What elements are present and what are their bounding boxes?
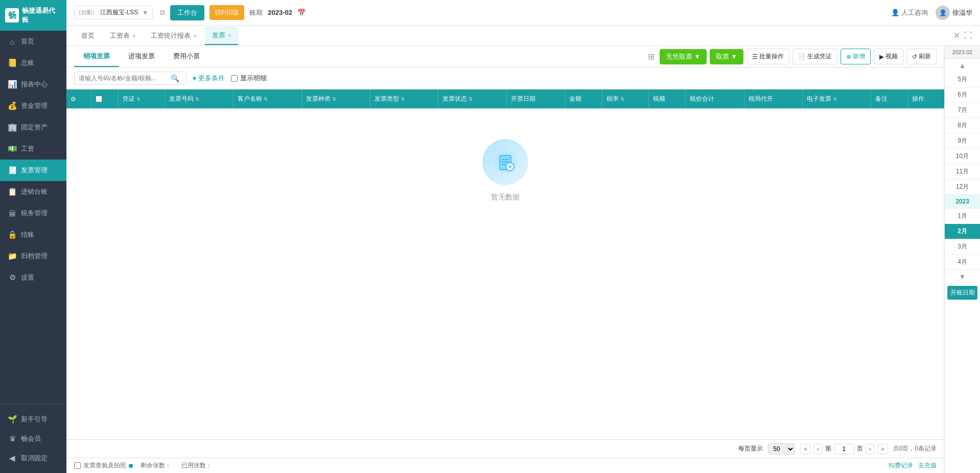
date-month-2022-05[interactable]: 5月 — [945, 72, 980, 87]
empty-text: 暂无数据 — [491, 193, 520, 202]
data-table: ⚙ 凭证 ⇅ 发票号码 ⇅ 客户名称 ⇅ 发票种类 ⇅ 发票类型 ⇅ 发票状态 … — [66, 89, 944, 108]
last-page-button[interactable]: » — [877, 444, 888, 454]
sidebar-item-tax[interactable]: 🏛 税务管理 — [0, 202, 66, 224]
th-invoice-category[interactable]: 发票类型 ⇅ — [370, 89, 438, 108]
date-scroll-down[interactable]: ▼ — [945, 270, 980, 283]
date-month-2022-09[interactable]: 9月 — [945, 133, 980, 149]
th-issue-date[interactable]: 开票日期 — [507, 89, 565, 108]
window-close-button[interactable]: ✕ — [953, 31, 960, 40]
search-input[interactable] — [79, 75, 171, 82]
sidebar-item-member[interactable]: ♛ 畅会员 — [0, 429, 66, 448]
date-month-2022-10[interactable]: 10月 — [945, 149, 980, 164]
date-month-2022-08[interactable]: 8月 — [945, 118, 980, 133]
th-invoice-type[interactable]: 发票种类 ⇅ — [301, 89, 370, 108]
page-size-select[interactable]: 50 20 100 — [768, 443, 795, 455]
th-tax-rate[interactable]: 税率 ⇅ — [602, 89, 649, 108]
deduction-records-link[interactable]: 扣费记录 — [889, 461, 913, 470]
used-label: 已用张数： — [181, 461, 212, 470]
tab-invoice[interactable]: 发票 × — [205, 27, 238, 45]
tab-payroll-stats-close[interactable]: × — [193, 33, 196, 39]
date-month-2022-07[interactable]: 7月 — [945, 103, 980, 118]
window-maximize-button[interactable]: ⛶ — [964, 31, 972, 40]
subtab-sales[interactable]: 销项发票 — [74, 47, 119, 67]
tab-invoice-close[interactable]: × — [228, 32, 231, 38]
invoice-check-checkbox[interactable] — [74, 462, 81, 469]
th-voucher[interactable]: 凭证 ⇅ — [118, 89, 165, 108]
page-input[interactable] — [834, 444, 854, 454]
support-button[interactable]: 👤 人工咨询 — [891, 8, 928, 17]
sidebar-item-assets[interactable]: 🏢 固定资产 — [0, 117, 66, 138]
workspace-button[interactable]: 工作台 — [170, 5, 204, 20]
company-selector[interactable]: (勿删） 江西服宝-LSS ▼ — [74, 6, 153, 19]
sidebar-item-collapse[interactable]: ◀ 取消固定 — [0, 448, 66, 468]
tab-payroll[interactable]: 工资表 × — [103, 27, 143, 44]
voucher-button[interactable]: 取票 ▼ — [710, 49, 743, 64]
th-settings[interactable]: ⚙ — [66, 89, 91, 108]
select-all-checkbox[interactable] — [96, 96, 102, 102]
open-period-button[interactable]: 开账日期 — [947, 286, 977, 300]
sales-icon: 📋 — [8, 187, 17, 196]
th-remark[interactable]: 备注 — [871, 89, 907, 108]
date-month-2022-11[interactable]: 11月 — [945, 164, 980, 179]
footer: 每页显示 50 20 100 « ‹ 第 页 › » 共0页，0条记录 — [66, 439, 944, 458]
sidebar-item-sales[interactable]: 📋 进销台账 — [0, 181, 66, 202]
more-filter-button[interactable]: ▾ 更多条件 — [193, 74, 225, 83]
show-detail-checkbox[interactable] — [231, 75, 238, 82]
search-icon[interactable]: 🔍 — [171, 74, 179, 82]
date-month-2023-01[interactable]: 1月 — [945, 209, 980, 224]
filter-icon: ▾ — [193, 74, 196, 82]
sidebar-item-label: 取消固定 — [21, 454, 48, 463]
no-voucher-button[interactable]: 无凭取票 ▼ — [660, 49, 707, 64]
copy-button[interactable]: ⧉ — [160, 8, 165, 17]
th-tax-code[interactable]: 税局代开 — [744, 89, 802, 108]
sidebar-item-close[interactable]: 🔒 结账 — [0, 224, 66, 245]
tab-payroll-close[interactable]: × — [132, 33, 135, 39]
subtab-purchase[interactable]: 进项发票 — [119, 47, 164, 67]
date-month-2022-06[interactable]: 6月 — [945, 87, 980, 103]
sidebar-item-home[interactable]: ⌂ 首页 — [0, 31, 66, 52]
th-tax[interactable]: 税额 — [649, 89, 686, 108]
th-amount[interactable]: 金额 — [565, 89, 602, 108]
subtab-expense[interactable]: 费用小票 — [164, 47, 209, 67]
next-page-button[interactable]: › — [866, 444, 875, 454]
company-name: 江西服宝-LSS — [100, 8, 138, 17]
th-checkbox[interactable] — [91, 89, 118, 108]
switch-version-button[interactable]: 切到旧版 — [209, 5, 244, 20]
tabs-bar: 首页 工资表 × 工资统计报表 × 发票 × ✕ ⛶ — [66, 26, 980, 46]
video-button[interactable]: ▶ 视频 — [874, 49, 903, 64]
th-invoice-no[interactable]: 发票号码 ⇅ — [165, 89, 234, 108]
user-info[interactable]: 👤 徐溢华 — [936, 6, 972, 20]
sidebar-item-payroll[interactable]: 💵 工资 — [0, 138, 66, 160]
tab-payroll-stats[interactable]: 工资统计报表 × — [144, 27, 203, 44]
refresh-button[interactable]: ↺ 刷新 — [906, 49, 937, 64]
sidebar-item-funds[interactable]: 💰 资金管理 — [0, 95, 66, 117]
date-scroll-up[interactable]: ▲ — [945, 59, 980, 72]
sidebar-item-reports[interactable]: 📊 报表中心 — [0, 74, 66, 95]
th-invoice-status[interactable]: 发票状态 ⇅ — [438, 89, 507, 108]
date-month-2023-02[interactable]: 2月 — [945, 224, 980, 239]
th-e-invoice[interactable]: 电子发票 ⇅ — [803, 89, 871, 108]
generate-voucher-button[interactable]: 📄 生成凭证 — [792, 49, 837, 64]
batch-op-button[interactable]: ☰ 批量操作 — [746, 49, 789, 64]
sidebar-item-label: 首页 — [21, 37, 34, 46]
th-customer[interactable]: 客户名称 ⇅ — [234, 89, 302, 108]
first-page-button[interactable]: « — [800, 444, 811, 454]
sidebar-item-settings[interactable]: ⚙ 设置 — [0, 267, 66, 288]
th-action[interactable]: 操作 — [908, 89, 944, 108]
period-calendar-icon[interactable]: 📅 — [297, 9, 306, 16]
sidebar-item-ledger[interactable]: 📒 总账 — [0, 52, 66, 74]
tab-home[interactable]: 首页 — [74, 27, 102, 44]
prev-page-button[interactable]: ‹ — [813, 444, 823, 454]
recharge-link[interactable]: 去充值 — [918, 461, 937, 470]
date-month-2022-12[interactable]: 12月 — [945, 179, 980, 195]
date-month-2023-03[interactable]: 3月 — [945, 239, 980, 255]
new-button[interactable]: ⊕ 新增 — [841, 49, 871, 64]
sidebar-item-guide[interactable]: 🌱 新手引导 — [0, 410, 66, 429]
date-panel: 2023.02 ▲ 5月 6月 7月 8月 9月 10月 11月 12月 202… — [944, 46, 980, 473]
th-tax-total[interactable]: 税价合计 — [686, 89, 744, 108]
date-month-2023-04[interactable]: 4月 — [945, 255, 980, 270]
sidebar-item-invoice[interactable]: 🧾 发票管理 — [0, 160, 66, 181]
sidebar-item-archive[interactable]: 📁 归档管理 — [0, 245, 66, 267]
show-detail-checkbox-label[interactable]: 显示明细 — [231, 74, 267, 83]
grid-view-icon[interactable]: ⊞ — [646, 50, 657, 63]
